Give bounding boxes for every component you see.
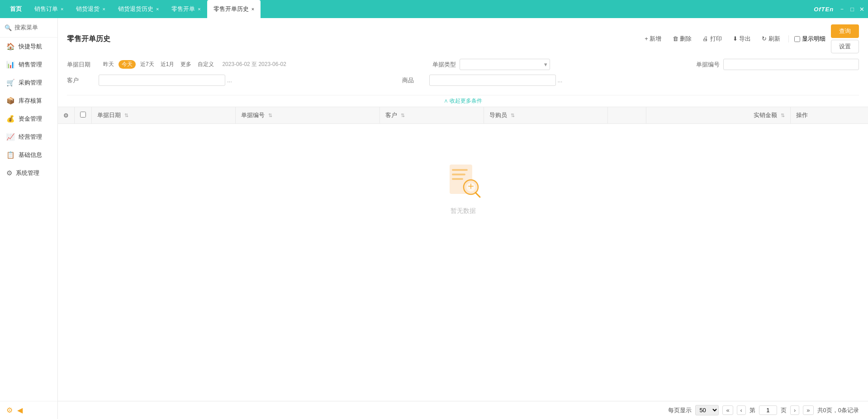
tab-retail-history-close[interactable]: × — [251, 6, 254, 12]
th-date-sort-icon[interactable]: ⇅ — [124, 113, 128, 118]
tab-retail-open-close[interactable]: × — [198, 6, 200, 12]
toolbar-divider — [788, 35, 789, 42]
sidebar-item-purchase-mgmt[interactable]: 🛒 采购管理 — [0, 74, 57, 92]
collapse-label: ∧ 收起更多条件 — [444, 98, 482, 104]
date-btn-last7[interactable]: 近7天 — [138, 60, 156, 69]
tab-sales-return[interactable]: 销货退货 × — [70, 0, 111, 18]
per-page-label: 每页显示 — [668, 406, 692, 414]
sidebar-item-sales-mgmt[interactable]: 📊 销售管理 — [0, 56, 57, 74]
table-header-row: ⚙ 单据日期 ⇅ 单据编号 ⇅ — [58, 107, 868, 124]
th-amount-sort-icon[interactable]: ⇅ — [781, 113, 785, 118]
tab-home[interactable]: 首页 — [4, 0, 28, 18]
page-title-row: 零售开单历史 + 新增 🗑 删除 🖨 打印 ⬇ 导出 ↻ 刷新 显示明细 查询 … — [67, 24, 859, 53]
first-page-button[interactable]: « — [722, 405, 733, 415]
sidebar-item-system-mgmt[interactable]: ⚙ 系统管理 — [0, 164, 57, 182]
collapse-sidebar-icon[interactable]: ◀ — [17, 406, 23, 414]
th-action: 操作 — [790, 107, 868, 124]
goods-dots[interactable]: ... — [558, 77, 563, 84]
display-detail-checkbox[interactable] — [794, 36, 800, 42]
th-guide-sort-icon[interactable]: ⇅ — [511, 113, 515, 118]
select-all-checkbox[interactable] — [80, 112, 86, 118]
filter-area: 单据日期 昨天 今天 近7天 近1月 更多 自定义 2023-06-02 至 2… — [67, 59, 859, 95]
date-btn-more[interactable]: 更多 — [179, 60, 193, 69]
th-spacer — [608, 107, 646, 124]
sidebar-item-inventory[interactable]: 📦 库存核算 — [0, 92, 57, 110]
svg-line-6 — [475, 193, 480, 197]
filter-row-2: 客户 ... 商品 ... — [67, 75, 859, 86]
th-guide-label: 导购员 — [489, 112, 507, 118]
empty-state: 暂无数据 — [58, 124, 868, 251]
th-customer-sort-icon[interactable]: ⇅ — [401, 113, 405, 118]
goods-input[interactable] — [429, 75, 556, 86]
maximize-btn[interactable]: □ — [850, 6, 854, 13]
tab-sales-return-history[interactable]: 销货退货历史 × — [112, 0, 165, 18]
tab-home-label: 首页 — [10, 5, 22, 13]
page-title: 零售开单历史 — [67, 34, 110, 44]
per-page-select[interactable]: 50 10 20 100 — [695, 405, 719, 415]
query-button[interactable]: 查询 — [831, 24, 859, 38]
th-customer[interactable]: 客户 ⇅ — [379, 107, 484, 124]
sidebar-item-finance-mgmt-label: 资金管理 — [19, 115, 42, 123]
date-range-display: 2023-06-02 至 2023-06-02 — [222, 61, 286, 68]
delete-button[interactable]: 🗑 删除 — [670, 33, 695, 45]
date-quick-btns: 昨天 今天 近7天 近1月 更多 自定义 2023-06-02 至 2023-0… — [101, 60, 286, 69]
settings-bottom-icon[interactable]: ⚙ — [6, 406, 13, 414]
date-btn-today[interactable]: 今天 — [119, 60, 136, 69]
system-mgmt-icon: ⚙ — [6, 169, 12, 177]
date-btn-custom[interactable]: 自定义 — [196, 60, 216, 69]
prev-page-button[interactable]: ‹ — [737, 405, 746, 415]
tab-retail-history[interactable]: 零售开单历史 × — [207, 0, 261, 18]
tab-sales-order-close[interactable]: × — [61, 6, 63, 12]
export-button[interactable]: ⬇ 导出 — [730, 33, 754, 45]
tab-sales-order[interactable]: 销售订单 × — [28, 0, 70, 18]
print-button[interactable]: 🖨 打印 — [700, 33, 725, 45]
date-btn-last-month[interactable]: 近1月 — [159, 60, 176, 69]
customer-input[interactable] — [99, 75, 225, 86]
pagination-bar: 每页显示 50 10 20 100 « ‹ 第 页 › » 共0页，0条记录 — [58, 401, 868, 419]
th-no-sort-icon[interactable]: ⇅ — [268, 113, 272, 118]
svg-rect-3 — [452, 178, 463, 180]
svg-rect-1 — [452, 169, 468, 171]
sidebar-search[interactable]: 🔍 搜索菜单 — [0, 18, 57, 38]
th-amount[interactable]: 实销金额 ⇅ — [646, 107, 790, 124]
collapse-bar[interactable]: ∧ 收起更多条件 — [67, 95, 859, 107]
sidebar-item-quick-nav[interactable]: 🏠 快捷导航 — [0, 38, 57, 56]
th-customer-label: 客户 — [385, 112, 397, 118]
minimize-btn[interactable]: － — [839, 5, 845, 13]
empty-text: 暂无数据 — [451, 207, 476, 215]
settings-icon[interactable]: ⚙ — [63, 112, 69, 119]
display-detail-toggle[interactable]: 显示明细 — [794, 35, 825, 43]
th-date[interactable]: 单据日期 ⇅ — [92, 107, 236, 124]
settings-button[interactable]: 设置 — [831, 40, 859, 53]
th-settings[interactable]: ⚙ — [58, 107, 75, 124]
sidebar-item-finance-mgmt[interactable]: 💰 资金管理 — [0, 110, 57, 128]
customer-label: 客户 — [67, 76, 99, 85]
doc-type-select[interactable] — [460, 59, 550, 70]
sales-mgmt-icon: 📊 — [6, 61, 15, 69]
page-number-input[interactable] — [759, 405, 777, 415]
sidebar-item-basic-info-label: 基础信息 — [19, 151, 42, 159]
tab-sales-return-close[interactable]: × — [102, 6, 105, 12]
next-page-button[interactable]: › — [790, 405, 799, 415]
goods-label: 商品 — [402, 76, 429, 85]
refresh-button[interactable]: ↻ 刷新 — [759, 33, 783, 45]
date-btn-yesterday[interactable]: 昨天 — [101, 60, 116, 69]
customer-dots[interactable]: ... — [227, 77, 232, 84]
last-page-button[interactable]: » — [803, 405, 813, 415]
sidebar-item-operation-mgmt[interactable]: 📈 经营管理 — [0, 128, 57, 146]
close-btn[interactable]: ✕ — [859, 6, 864, 13]
tab-sales-return-history-close[interactable]: × — [156, 6, 159, 12]
tab-retail-open[interactable]: 零售开单 × — [165, 0, 207, 18]
th-no[interactable]: 单据编号 ⇅ — [236, 107, 379, 124]
sidebar-item-quick-nav-label: 快捷导航 — [19, 42, 42, 51]
total-label: 共0页，0条记录 — [817, 406, 859, 414]
th-check[interactable] — [75, 107, 92, 124]
sidebar-item-sales-mgmt-label: 销售管理 — [19, 61, 42, 69]
th-guide[interactable]: 导购员 ⇅ — [484, 107, 607, 124]
doc-no-input[interactable] — [723, 59, 859, 70]
sidebar-item-inventory-label: 库存核算 — [19, 97, 42, 105]
tab-retail-open-label: 零售开单 — [171, 5, 195, 13]
add-button[interactable]: + 新增 — [642, 33, 664, 45]
purchase-mgmt-icon: 🛒 — [6, 79, 15, 87]
sidebar-item-basic-info[interactable]: 📋 基础信息 — [0, 146, 57, 164]
